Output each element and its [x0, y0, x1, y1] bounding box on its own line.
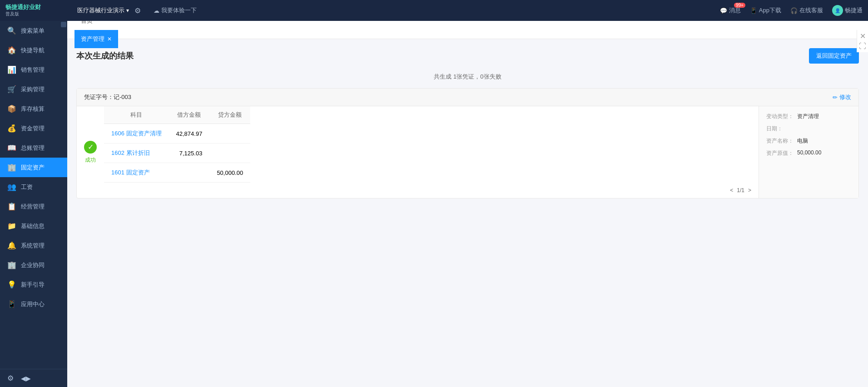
result-summary: 共生成 1张凭证，0张失败: [76, 73, 859, 81]
sidebar-item-fund-mgmt[interactable]: 💰资金管理: [0, 119, 67, 138]
change-type-label: 变动类型：: [766, 113, 794, 120]
app-download-label: App下载: [759, 6, 781, 15]
cell-credit-2: 50,000.00: [209, 163, 250, 183]
chevron-down-icon: ▾: [126, 7, 129, 14]
collapse-icon[interactable]: ◀▶: [21, 375, 31, 382]
sidebar-label-operations: 经营管理: [21, 203, 45, 211]
sidebar-item-enterprise-collab[interactable]: 🏢企业协同: [0, 255, 67, 275]
sidebar-icon-purchase-mgmt: 🛒: [7, 85, 16, 94]
sidebar-label-basic-info: 基础信息: [21, 222, 45, 230]
sidebar-item-general-ledger[interactable]: 📖总账管理: [0, 138, 67, 158]
subject-link-0[interactable]: 1606 固定资产清理: [111, 130, 162, 137]
header-center: 医疗器械行业演示 ▾ ⚙ ☁ 我要体验一下: [77, 6, 720, 15]
col-credit: 贷方金额: [209, 106, 250, 124]
sidebar-item-search-menu[interactable]: 🔍搜索菜单: [0, 21, 67, 40]
page-header: 本次生成的结果 返回固定资产: [76, 48, 859, 64]
sidebar-item-sales-mgmt[interactable]: 📊销售管理: [0, 60, 67, 79]
sidebar-icon-sales-mgmt: 📊: [7, 65, 16, 74]
username: 畅捷通: [845, 6, 863, 15]
sidebar-scroll-top[interactable]: [61, 22, 66, 27]
success-indicator: ✓ 成功: [77, 106, 104, 198]
sidebar-icon-operations: 📋: [7, 202, 16, 211]
sidebar-item-purchase-mgmt[interactable]: 🛒采购管理: [0, 79, 67, 99]
edit-button[interactable]: ✏ 修改: [833, 93, 851, 101]
cell-subject-0: 1606 固定资产清理: [104, 124, 169, 144]
sidebar-icon-guide: 💡: [7, 280, 16, 289]
close-panel-button[interactable]: ✕: [859, 32, 866, 40]
sidebar-label-purchase-mgmt: 采购管理: [21, 85, 45, 94]
sidebar-label-general-ledger: 总账管理: [21, 144, 45, 152]
tab-home[interactable]: 首页: [74, 21, 118, 30]
company-selector[interactable]: 医疗器械行业演示 ▾: [77, 6, 129, 15]
sidebar-item-fixed-assets[interactable]: 🏢固定资产: [0, 158, 67, 177]
sidebar-label-app-center: 应用中心: [21, 300, 45, 308]
sidebar-label-search-menu: 搜索菜单: [21, 27, 45, 35]
pagination-info: 1/1: [737, 187, 744, 194]
avatar: 👤: [832, 5, 843, 16]
message-button[interactable]: 💬 消息 99+: [720, 6, 741, 15]
sidebar-item-basic-info[interactable]: 📁基础信息: [0, 216, 67, 236]
sidebar-item-app-center[interactable]: 📱应用中心: [0, 294, 67, 314]
app-download-button[interactable]: 📱 App下载: [750, 6, 781, 15]
sidebar-item-payroll[interactable]: 👥工资: [0, 177, 67, 197]
change-type-value: 资产清理: [797, 113, 819, 120]
sidebar-item-guide[interactable]: 💡新手引导: [0, 275, 67, 294]
trial-button[interactable]: ☁ 我要体验一下: [154, 6, 197, 15]
settings-icon[interactable]: ⚙: [134, 6, 141, 15]
sidebar-bottom: ⚙ ◀▶: [0, 369, 67, 387]
date-label: 日期：: [766, 125, 783, 133]
date-row: 日期：: [766, 125, 851, 133]
voucher-table-area: 科目 借方金额 贷方金额 1606 固定资产清理 42,874.97 1602 …: [104, 106, 759, 198]
sidebar-item-quick-nav[interactable]: 🏠快捷导航: [0, 40, 67, 60]
message-icon: 💬: [720, 7, 727, 14]
headset-icon: 🎧: [790, 7, 798, 14]
voucher-body: ✓ 成功 科目 借方金额 贷方金额: [77, 106, 858, 198]
subject-link-2[interactable]: 1601 固定资产: [111, 169, 150, 176]
avatar-icon: 👤: [835, 8, 840, 13]
header-right: 💬 消息 99+ 📱 App下载 🎧 在线客服 👤 畅捷通: [720, 5, 863, 16]
tab-label-home: 首页: [81, 21, 93, 25]
content-area: 首页资产管理✕ 本次生成的结果 返回固定资产 共生成 1张凭证，0张失败 凭证字…: [67, 21, 868, 387]
sidebar-label-fixed-assets: 固定资产: [21, 164, 45, 172]
col-subject: 科目: [104, 106, 169, 124]
sidebar-icon-enterprise-collab: 🏢: [7, 261, 16, 269]
asset-original-row: 资产原值： 50,000.00: [766, 149, 851, 157]
voucher-container: 凭证字号：记-003 ✏ 修改 ✓ 成功: [76, 88, 859, 198]
change-type-row: 变动类型： 资产清理: [766, 113, 851, 120]
settings-bottom-icon[interactable]: ⚙: [7, 374, 14, 382]
sidebar-icon-inventory: 📦: [7, 104, 16, 113]
tabs-bar: 首页资产管理✕: [67, 21, 868, 39]
sidebar-label-quick-nav: 快捷导航: [21, 46, 45, 55]
cell-subject-1: 1602 累计折旧: [104, 144, 169, 163]
sidebar-label-sales-mgmt: 销售管理: [21, 66, 45, 74]
sidebar-item-sys-mgmt[interactable]: 🔔系统管理: [0, 236, 67, 255]
cell-credit-1: [209, 144, 250, 163]
sidebar-items-container: 🔍搜索菜单🏠快捷导航📊销售管理🛒采购管理📦库存核算💰资金管理📖总账管理🏢固定资产…: [0, 21, 67, 314]
success-text: 成功: [85, 156, 96, 164]
top-header: 畅捷通好业财 普及版 医疗器械行业演示 ▾ ⚙ ☁ 我要体验一下 💬 消息 99…: [0, 0, 868, 21]
voucher-tbody: 1606 固定资产清理 42,874.97 1602 累计折旧 7,125.03…: [104, 124, 250, 183]
cell-subject-2: 1601 固定资产: [104, 163, 169, 183]
return-button[interactable]: 返回固定资产: [809, 48, 859, 64]
sidebar-item-inventory[interactable]: 📦库存核算: [0, 99, 67, 119]
asset-name-value: 电脑: [797, 137, 808, 145]
logo-title: 畅捷通好业财: [5, 4, 41, 11]
sidebar-icon-basic-info: 📁: [7, 222, 16, 230]
table-row: 1602 累计折旧 7,125.03: [104, 144, 250, 163]
user-profile[interactable]: 👤 畅捷通: [832, 5, 863, 16]
subject-link-1[interactable]: 1602 累计折旧: [111, 149, 150, 156]
sidebar-item-operations[interactable]: 📋经营管理: [0, 197, 67, 216]
sidebar-icon-search-menu: 🔍: [7, 26, 16, 35]
online-service-button[interactable]: 🎧 在线客服: [790, 6, 823, 15]
table-row: 1606 固定资产清理 42,874.97: [104, 124, 250, 144]
pagination-prev[interactable]: <: [730, 187, 733, 194]
main-layout: 🔍搜索菜单🏠快捷导航📊销售管理🛒采购管理📦库存核算💰资金管理📖总账管理🏢固定资产…: [0, 21, 868, 387]
cell-debit-2: [169, 163, 210, 183]
expand-panel-button[interactable]: ⛶: [859, 42, 866, 50]
page-content: 本次生成的结果 返回固定资产 共生成 1张凭证，0张失败 凭证字号：记-003 …: [67, 39, 868, 387]
pagination-next[interactable]: >: [748, 187, 751, 194]
col-debit: 借方金额: [169, 106, 210, 124]
asset-name-label: 资产名称：: [766, 137, 794, 145]
asset-name-row: 资产名称： 电脑: [766, 137, 851, 145]
table-row: 1601 固定资产 50,000.00: [104, 163, 250, 183]
